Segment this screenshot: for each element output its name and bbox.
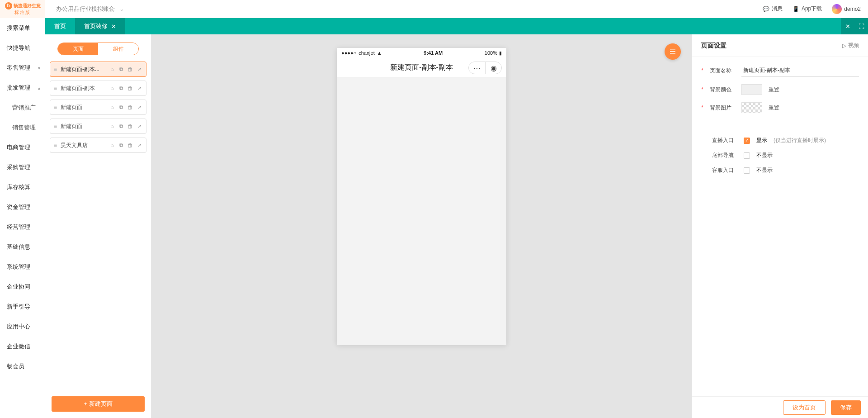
tab-page[interactable]: 页面 [58,43,98,55]
bg-image-swatch[interactable] [741,102,762,113]
sidebar-item[interactable]: 企业协同 [0,277,45,297]
page-list-item[interactable]: ≡新建页面-副本...⌂⧉🗑↗ [50,62,146,77]
sidebar-item[interactable]: 新手引导 [0,297,45,317]
drag-handle-icon[interactable]: ≡ [54,104,57,110]
bg-color-reset[interactable]: 重置 [769,86,779,94]
sidebar-item[interactable]: 企业微信 [0,337,45,356]
page-list-item[interactable]: ≡新建页面-副本⌂⧉🗑↗ [50,81,146,96]
service-label: 客服入口 [712,166,737,174]
close-all-button[interactable]: ✕ [841,18,854,34]
bg-color-swatch[interactable] [741,84,762,95]
settings-footer: 设为首页 保存 [692,396,868,418]
sidebar-item[interactable]: 搜索菜单 [0,18,45,38]
copy-icon[interactable]: ⧉ [118,104,124,110]
sidebar-item[interactable]: 经营管理 [0,217,45,237]
sidebar-item[interactable]: 畅会员 [0,356,45,376]
sidebar-item[interactable]: 基础信息 [0,237,45,257]
share-icon[interactable]: ↗ [136,85,142,91]
page-name-input[interactable] [741,64,859,77]
sidebar-item[interactable]: 零售管理▾ [0,58,45,78]
brand-logo[interactable]: b 畅捷通好生意 标准版 [0,0,45,18]
page-list-item[interactable]: ≡新建页面⌂⧉🗑↗ [50,119,146,134]
copy-icon[interactable]: ⧉ [118,142,124,148]
home-icon[interactable]: ⌂ [109,123,115,129]
drag-handle-icon[interactable]: ≡ [54,123,57,129]
share-icon[interactable]: ↗ [136,142,142,148]
bottomnav-checkbox[interactable] [744,152,750,159]
tab-label: 首页 [54,22,66,30]
workspace-tab[interactable]: 首页装修✕ [75,18,125,34]
settings-panel: 页面设置 ▷ 视频 * 页面名称 * 背景颜色 重置 * 背景图片 [692,34,868,418]
drag-handle-icon[interactable]: ≡ [54,66,57,72]
page-list-item[interactable]: ≡昊天文具店⌂⧉🗑↗ [50,138,146,153]
video-help-link[interactable]: ▷ 视频 [842,42,859,49]
carrier-label: chanjet [359,50,374,56]
fullscreen-button[interactable]: ⛶ [854,18,868,34]
save-button[interactable]: 保存 [831,400,861,415]
service-checkbox[interactable] [744,167,750,174]
sidebar-item[interactable]: 电商管理 [0,138,45,157]
copy-icon[interactable]: ⧉ [118,85,124,91]
sidebar-item[interactable]: 销售管理 [0,118,45,138]
phone-page-body[interactable] [337,78,506,345]
page-list: ≡新建页面-副本...⌂⧉🗑↗≡新建页面-副本⌂⧉🗑↗≡新建页面⌂⧉🗑↗≡新建页… [45,62,151,153]
signal-icon: ●●●●○ [341,50,356,56]
page-item-name: 新建页面-副本 [61,85,105,92]
battery-icon: ▮ [499,50,502,56]
page-name-label: 页面名称 [710,67,735,75]
live-checkbox[interactable]: ✓ [744,138,750,144]
sidebar-item-label: 企业协同 [7,283,30,291]
home-icon[interactable]: ⌂ [109,85,115,91]
chevron-icon: ▾ [38,66,40,71]
delete-icon[interactable]: 🗑 [127,142,133,148]
field-service-entry: 客服入口 不显示 [701,166,859,174]
brand-edition: 标准版 [14,10,31,16]
set-home-button[interactable]: 设为首页 [783,400,826,415]
settings-body: * 页面名称 * 背景颜色 重置 * 背景图片 重置 直播入口 ✓ 显 [692,57,868,181]
sidebar-item[interactable]: 库存核算 [0,177,45,197]
share-icon[interactable]: ↗ [136,66,142,72]
share-icon[interactable]: ↗ [136,123,142,129]
account-name: 办公用品行业模拟账套 [56,5,115,13]
brand-name: 畅捷通好生意 [14,3,41,9]
messages-label: 消息 [772,5,783,13]
delete-icon[interactable]: 🗑 [127,104,133,110]
field-live-entry: 直播入口 ✓ 显示 (仅当进行直播时展示) [701,137,859,144]
target-icon[interactable]: ◉ [485,62,501,74]
sidebar-item[interactable]: 资金管理 [0,197,45,217]
page-item-name: 新建页面-副本... [61,66,105,73]
home-icon[interactable]: ⌂ [109,104,115,110]
sidebar-item-label: 企业微信 [7,342,30,351]
page-list-item[interactable]: ≡新建页面⌂⧉🗑↗ [50,100,146,115]
home-icon[interactable]: ⌂ [109,66,115,72]
sidebar-item[interactable]: 营销推广 [0,98,45,118]
home-icon[interactable]: ⌂ [109,142,115,148]
component-panel-toggle[interactable] [665,43,681,60]
bg-image-reset[interactable]: 重置 [769,104,779,112]
copy-icon[interactable]: ⧉ [118,123,124,129]
user-menu[interactable]: demo2 [832,4,861,14]
sidebar-item-label: 电商管理 [7,143,30,152]
sidebar-item[interactable]: 应用中心 [0,317,45,337]
sidebar-item[interactable]: 批发管理▴ [0,78,45,98]
sidebar-item[interactable]: 快捷导航 [0,38,45,58]
share-icon[interactable]: ↗ [136,104,142,110]
delete-icon[interactable]: 🗑 [127,123,133,129]
drag-handle-icon[interactable]: ≡ [54,142,57,148]
close-icon[interactable]: ✕ [111,23,116,30]
copy-icon[interactable]: ⧉ [118,66,124,72]
account-selector[interactable]: 办公用品行业模拟账套 ⌄ [56,5,124,13]
tab-component[interactable]: 组件 [98,43,138,55]
sidebar-item[interactable]: 采购管理 [0,157,45,177]
more-icon[interactable]: ⋯ [469,62,485,74]
delete-icon[interactable]: 🗑 [127,66,133,72]
workspace-tab[interactable]: 首页 [45,18,75,34]
delete-icon[interactable]: 🗑 [127,85,133,91]
app-download-link[interactable]: 📱 App下载 [793,5,822,13]
messages-link[interactable]: 💬 消息 [763,5,783,13]
wifi-icon: ▲ [377,50,382,56]
new-page-button[interactable]: + 新建页面 [52,396,145,412]
user-name: demo2 [844,6,861,12]
sidebar-item[interactable]: 系统管理 [0,257,45,277]
drag-handle-icon[interactable]: ≡ [54,85,57,91]
